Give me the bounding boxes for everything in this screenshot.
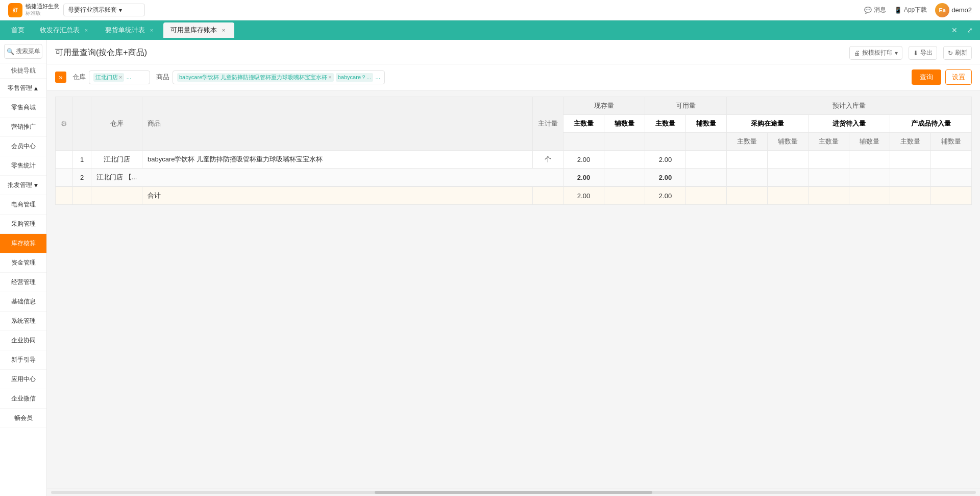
sidebar-item-enterprise-wechat[interactable]: 企业微信 <box>0 389 46 409</box>
search-menu-btn[interactable]: 🔍 搜索菜单 <box>4 44 42 59</box>
th-warehouse: 仓库 <box>91 97 142 151</box>
sidebar-item-finance[interactable]: 资金管理 <box>0 253 46 273</box>
chevron-sub-icon: ▼ <box>33 182 39 189</box>
filter-toggle-btn[interactable]: » <box>55 72 66 83</box>
ecommerce-label: 电商管理 <box>11 200 36 209</box>
receivepay-close-icon[interactable]: × <box>83 27 90 34</box>
warehouse-tag-close[interactable]: × <box>119 74 122 80</box>
available-stock-close-icon[interactable]: × <box>220 27 227 34</box>
print-btn[interactable]: 🖨 按模板打印 ▾ <box>849 46 902 60</box>
sidebar-item-app-center[interactable]: 应用中心 <box>0 370 46 389</box>
header-left: 好 畅捷通好生意 标准版 母婴行业演示账套 ▾ <box>8 3 145 17</box>
sidebar-item-inventory[interactable]: 库存核算 <box>0 234 46 253</box>
goods-filter: 商品 babycare学饮杯 儿童防摔防撞吸管杯重力球吸嘴杯宝宝水杯 × bab… <box>156 70 385 84</box>
order-stats-tab-label: 要货单统计表 <box>105 26 145 35</box>
goods-input[interactable]: babycare学饮杯 儿童防摔防撞吸管杯重力球吸嘴杯宝宝水杯 × babyca… <box>173 70 385 84</box>
marketing-label: 营销推广 <box>11 123 36 131</box>
warehouse-filter: 仓库 江北门店 × ... <box>72 70 150 84</box>
th-inbound-waiting: 进货待入量 <box>808 115 890 133</box>
group-stock-aux <box>604 169 645 187</box>
row-stock-main: 2.00 <box>564 151 604 169</box>
sidebar-item-marketing[interactable]: 营销推广 <box>0 117 46 137</box>
column-settings-icon[interactable]: ⚙ <box>61 120 67 128</box>
sidebar-item-new-guide[interactable]: 新手引导 <box>0 350 46 370</box>
sidebar-item-basic-info[interactable]: 基础信息 <box>0 292 46 312</box>
home-tab-label: 首页 <box>11 26 24 35</box>
group-stock-main: 2.00 <box>564 169 604 187</box>
settings-btn[interactable]: 设置 <box>945 69 972 85</box>
sidebar-search: 🔍 搜索菜单 <box>0 40 46 63</box>
member-center-label: 会员中心 <box>11 142 36 151</box>
app-center-label: 应用中心 <box>11 375 36 384</box>
group-pur-trans-aux <box>768 169 808 187</box>
nav-expand-btn[interactable]: ⤢ <box>964 24 976 36</box>
enterprise-wechat-label: 企业微信 <box>11 394 36 403</box>
goods-tag-1-close[interactable]: × <box>328 74 331 80</box>
print-icon: 🖨 <box>854 50 860 57</box>
basic-info-label: 基础信息 <box>11 297 36 306</box>
th-stock: 现存量 <box>564 97 645 115</box>
export-btn[interactable]: ⬇ 导出 <box>909 46 937 60</box>
sidebar-item-enterprise-collab[interactable]: 企业协同 <box>0 331 46 350</box>
search-menu-label: 搜索菜单 <box>16 47 40 56</box>
purchase-mgmt-label: 采购管理 <box>11 220 36 228</box>
footer-pur-trans-aux <box>768 186 808 205</box>
footer-pur-trans-main <box>727 186 768 205</box>
row-finished-aux <box>931 151 972 169</box>
refresh-icon: ↻ <box>948 50 953 57</box>
export-icon: ⬇ <box>913 50 918 57</box>
sidebar-item-batch-mgmt[interactable]: 批发管理 ▼ <box>0 176 46 195</box>
group-inbound-main <box>808 169 849 187</box>
system-mgmt-label: 系统管理 <box>11 317 36 325</box>
th-avail-aux-2 <box>686 133 727 151</box>
phone-icon: 📱 <box>894 7 902 14</box>
warehouse-more-icon[interactable]: ... <box>126 74 131 81</box>
sidebar-item-purchase-mgmt[interactable]: 采购管理 <box>0 215 46 234</box>
sidebar-item-system-mgmt[interactable]: 系统管理 <box>0 312 46 331</box>
tab-available-stock[interactable]: 可用量库存账本 × <box>163 22 234 38</box>
th-purchase-transit: 采购在途量 <box>727 115 808 133</box>
new-guide-label: 新手引导 <box>11 356 36 364</box>
top-header: 好 畅捷通好生意 标准版 母婴行业演示账套 ▾ 💬 消息 📱 App下载 Ea … <box>0 0 980 20</box>
sidebar-item-ecommerce[interactable]: 电商管理 <box>0 195 46 215</box>
th-goods: 商品 <box>142 97 533 151</box>
query-btn[interactable]: 查询 <box>912 69 941 85</box>
user-area[interactable]: Ea demo2 <box>935 3 972 17</box>
th-stock-aux: 辅数量 <box>604 115 645 133</box>
nav-controls: ✕ ⤢ <box>948 24 976 36</box>
sidebar-item-operations[interactable]: 经营管理 <box>0 273 46 292</box>
footer-label: 合计 <box>142 186 533 205</box>
tab-home[interactable]: 首页 <box>4 22 32 38</box>
tab-order-stats[interactable]: 要货单统计表 × <box>98 22 162 38</box>
tab-receivepay[interactable]: 收发存汇总表 × <box>33 22 97 38</box>
goods-more-btn[interactable]: ... <box>375 74 380 81</box>
message-action[interactable]: 💬 消息 <box>864 6 886 14</box>
th-no <box>73 97 91 151</box>
sidebar-item-member-center[interactable]: 会员中心 <box>0 137 46 156</box>
content-area: 可用量查询(按仓库+商品) 🖨 按模板打印 ▾ ⬇ 导出 ↻ 刷新 <box>47 40 980 496</box>
retail-store-label: 零售商城 <box>11 103 36 112</box>
warehouse-input[interactable]: 江北门店 × ... <box>89 70 150 84</box>
sidebar-item-member-plus[interactable]: 畅会员 <box>0 409 46 428</box>
sidebar-item-retail-store[interactable]: 零售商城 <box>0 98 46 117</box>
scroll-track <box>51 491 976 494</box>
app-download-action[interactable]: 📱 App下载 <box>894 6 927 14</box>
logo-area: 好 畅捷通好生意 标准版 <box>8 3 59 17</box>
th-pur-trans-main: 主数量 <box>727 133 768 151</box>
sidebar-item-quick-nav[interactable]: 快捷导航 <box>0 63 46 79</box>
warehouse-tag: 江北门店 × <box>93 73 124 82</box>
bottom-scrollbar[interactable] <box>47 488 980 496</box>
logo-icon: 好 <box>8 3 22 17</box>
th-estimated-inbound: 预计入库量 <box>727 97 972 115</box>
industry-selector[interactable]: 母婴行业演示账套 ▾ <box>63 4 145 16</box>
row-settings <box>56 151 73 169</box>
row-pur-trans-main <box>727 151 768 169</box>
sidebar-item-retail-stats[interactable]: 零售统计 <box>0 156 46 176</box>
page-title: 可用量查询(按仓库+商品) <box>55 48 147 58</box>
row-unit: 个 <box>533 151 564 169</box>
sidebar-item-retail-mgmt[interactable]: 零售管理 ▲ <box>0 79 46 98</box>
nav-close-btn[interactable]: ✕ <box>948 24 961 36</box>
username: demo2 <box>951 6 972 14</box>
order-stats-close-icon[interactable]: × <box>148 27 155 34</box>
refresh-btn[interactable]: ↻ 刷新 <box>943 46 972 60</box>
